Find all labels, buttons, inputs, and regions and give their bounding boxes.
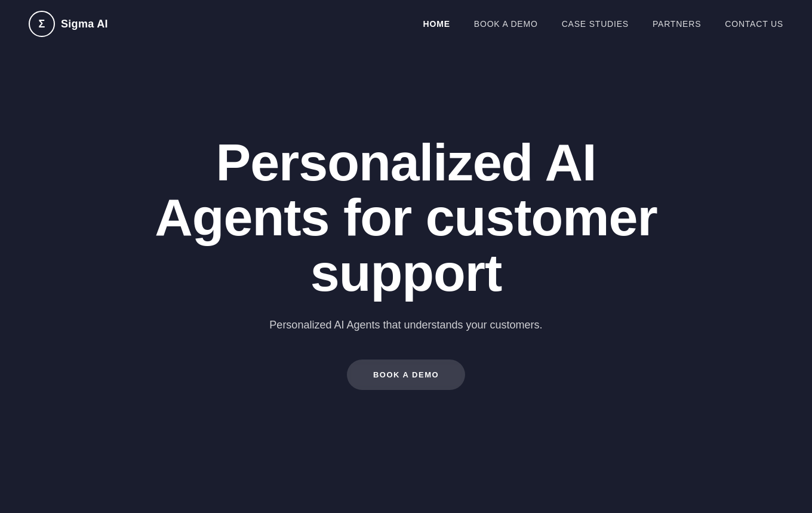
nav-home[interactable]: HOME — [423, 19, 450, 29]
hero-section: Personalized AI Agents for customer supp… — [0, 0, 812, 513]
hero-cta-button[interactable]: BOOK A DEMO — [347, 360, 465, 390]
nav-contact-us[interactable]: CONTACT US — [725, 19, 783, 29]
main-nav: HOME BOOK A DEMO CASE STUDIES PARTNERS C… — [423, 19, 783, 29]
logo-name: Sigma AI — [61, 18, 108, 30]
nav-partners[interactable]: PARTNERS — [653, 19, 701, 29]
logo-link[interactable]: Σ Sigma AI — [29, 11, 108, 37]
sigma-symbol: Σ — [39, 18, 45, 30]
nav-book-demo[interactable]: BOOK A DEMO — [474, 19, 538, 29]
hero-subtitle: Personalized AI Agents that understands … — [269, 317, 542, 333]
logo-icon: Σ — [29, 11, 55, 37]
hero-title: Personalized AI Agents for customer supp… — [137, 135, 675, 300]
site-header: Σ Sigma AI HOME BOOK A DEMO CASE STUDIES… — [0, 0, 812, 48]
nav-case-studies[interactable]: CASE STUDIES — [562, 19, 629, 29]
